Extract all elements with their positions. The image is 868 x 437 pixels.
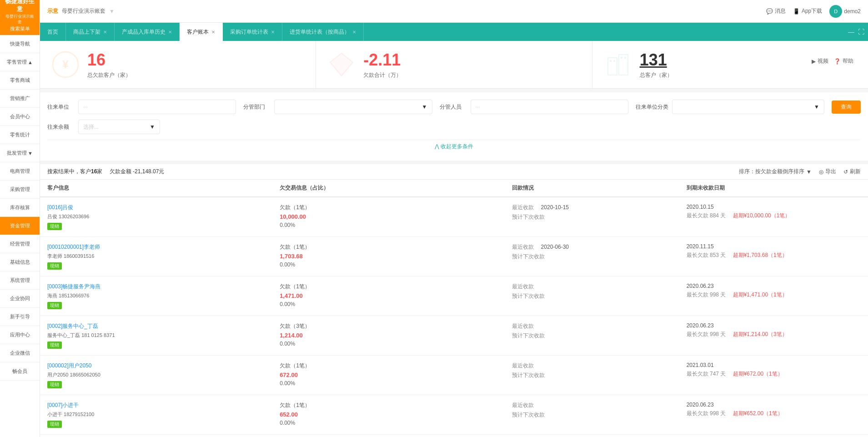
branch-dept-label: 分管部门 xyxy=(243,103,271,111)
sidebar-item-quick-nav[interactable]: 快捷导航 xyxy=(0,35,40,53)
app-download-button[interactable]: 📱 App下载 xyxy=(793,7,822,15)
filter-from-unit: 往来单位 ··· xyxy=(47,100,236,114)
unit-balance-select[interactable]: 选择... ▼ xyxy=(78,120,160,134)
sidebar-item-retail-mall[interactable]: 零售商城 xyxy=(0,71,40,90)
table-row: [0007]小进干 小进干 18279152100 现销 欠款（1笔） 652.… xyxy=(40,395,868,435)
tab-inventory-stats[interactable]: 进货单统计表（按商品） ✕ xyxy=(282,23,364,41)
debt-amount[interactable]: 10,000.00 xyxy=(280,213,512,220)
overdue-link[interactable]: 超期¥10,000.00（1笔） xyxy=(733,212,791,219)
last-repay: 最近收款 2020-06-30 xyxy=(512,243,686,251)
branch-person-dots: ··· xyxy=(476,104,480,110)
tab-production[interactable]: 产成品入库单历史 ✕ xyxy=(115,23,180,41)
overdue-link[interactable]: 超期¥1,214.00（3笔） xyxy=(733,331,788,337)
refresh-button[interactable]: ↺ 刷新 xyxy=(843,168,861,176)
overdue-link[interactable]: 超期¥652.00（1笔） xyxy=(733,410,783,417)
customer-name-link[interactable]: [00010200001]李老师 xyxy=(47,243,280,251)
tab-inventory-stats-close[interactable]: ✕ xyxy=(352,30,356,35)
sidebar-item-operations[interactable]: 经营管理 xyxy=(0,235,40,253)
col-customer-info: 客户信息 xyxy=(47,184,280,192)
sort-select[interactable]: 排序：按欠款金额倒序排序 ▼ xyxy=(739,168,812,176)
export-button[interactable]: ◎ 导出 xyxy=(819,168,836,176)
sidebar-item-basic-info[interactable]: 基础信息 xyxy=(0,253,40,271)
unit-balance-label: 往来余额 xyxy=(47,123,75,131)
results-amount-label: 欠款金额 xyxy=(110,168,131,175)
video-help-button[interactable]: ▶ 视频 xyxy=(812,57,828,65)
overdue-link[interactable]: 超期¥1,703.68（1笔） xyxy=(733,252,788,258)
due-date: 2021.03.01 xyxy=(687,362,861,368)
sidebar-item-new-guide[interactable]: 新手引导 xyxy=(0,308,40,326)
sidebar-item-member-center[interactable]: 会员中心 xyxy=(0,108,40,126)
col-debt-info: 欠交易信息（占比） xyxy=(280,184,512,192)
search-button[interactable]: 查询 xyxy=(832,100,861,114)
next-repay-label: 预计下次收款 xyxy=(512,332,545,339)
sort-label: 排序：按欠款金额倒序排序 xyxy=(739,168,804,176)
tab-products-close[interactable]: ✕ xyxy=(103,30,107,35)
sidebar-item-app-center[interactable]: 应用中心 xyxy=(0,326,40,344)
filter-unit-category: 往来单位分类 ▼ xyxy=(636,100,824,114)
tab-products[interactable]: 商品上下架 ✕ xyxy=(66,23,115,41)
tab-products-label: 商品上下架 xyxy=(73,28,100,36)
customer-name-link[interactable]: [0007]小进干 xyxy=(47,402,280,409)
data-table: 客户信息 欠交易信息（占比） 回款情况 到期未收款日期 [0016]吕俊 吕俊 … xyxy=(40,180,868,437)
tab-minimize-button[interactable]: — xyxy=(848,28,854,35)
overdue-link[interactable]: 超期¥672.00（1笔） xyxy=(733,371,783,377)
sidebar-item-inventory[interactable]: 库存核算 xyxy=(0,199,40,217)
overdue-customers-label: 总欠款客户（家） xyxy=(87,71,305,79)
sidebar-item-vip-member[interactable]: 畅会员 xyxy=(0,362,40,381)
svg-rect-8 xyxy=(621,57,622,59)
tab-customer-account-close[interactable]: ✕ xyxy=(211,30,215,35)
message-button[interactable]: 💬 消息 xyxy=(766,7,786,15)
filter-branch-dept: 分管部门 ▼ xyxy=(243,100,432,114)
sidebar-item-enterprise-coop[interactable]: 企业协同 xyxy=(0,290,40,308)
user-avatar-area[interactable]: D demo2 xyxy=(829,5,861,18)
sidebar-item-enterprise-wx[interactable]: 企业微信 xyxy=(0,344,40,362)
tab-customer-account[interactable]: 客户账本 ✕ xyxy=(180,23,223,41)
sidebar-item-finance[interactable]: 资金管理 xyxy=(0,217,40,235)
debt-amount[interactable]: 672.00 xyxy=(280,372,512,378)
customer-name-link[interactable]: [0002]服务中心_丁磊 xyxy=(47,322,280,330)
sort-arrow: ▼ xyxy=(806,169,812,175)
branch-person-input[interactable]: ··· xyxy=(471,100,628,114)
debt-amount[interactable]: 1,214.00 xyxy=(280,332,512,339)
debt-info-cell: 欠款（1笔） 1,703.68 0.00% xyxy=(280,243,512,268)
collapse-bar[interactable]: ⋀ 收起更多条件 xyxy=(47,140,861,153)
customer-name-link[interactable]: [000002]用户2050 xyxy=(47,362,280,370)
sidebar-item-marketing[interactable]: 营销推广 xyxy=(0,90,40,108)
tab-maximize-button[interactable]: ⛶ xyxy=(858,28,864,35)
debt-amount[interactable]: 1,703.68 xyxy=(280,253,512,260)
customer-name-link[interactable]: [0003]畅捷服务尹海燕 xyxy=(47,283,280,291)
next-repay: 预计下次收款 xyxy=(512,411,686,419)
last-repay: 最近收款 xyxy=(512,322,686,330)
sidebar-item-system-mgmt[interactable]: 系统管理 xyxy=(0,271,40,290)
results-bar: 搜索结果中，客户16家 欠款金额 -21,148.07元 排序：按欠款金额倒序排… xyxy=(40,164,868,180)
debt-ratio: 0.00% xyxy=(280,222,512,228)
topbar-right: 💬 消息 📱 App下载 D demo2 xyxy=(766,5,861,18)
tab-purchase-order-close[interactable]: ✕ xyxy=(271,30,275,35)
sidebar-item-ecommerce[interactable]: 电商管理 xyxy=(0,162,40,181)
from-unit-input[interactable]: ··· xyxy=(78,100,236,114)
tab-production-close[interactable]: ✕ xyxy=(168,30,172,35)
tab-purchase-order[interactable]: 采购订单统计表 ✕ xyxy=(223,23,282,41)
avatar: D xyxy=(829,5,842,18)
tab-home[interactable]: 首页 xyxy=(40,23,66,41)
dropdown-arrow[interactable]: ▼ xyxy=(109,8,115,15)
sidebar-item-retail-stats[interactable]: 零售统计 xyxy=(0,126,40,144)
overdue-link[interactable]: 超期¥1,471.00（1笔） xyxy=(733,291,788,298)
username: demo2 xyxy=(844,8,861,15)
customer-info-cell: [0016]吕俊 吕俊 13026203696 现销 xyxy=(47,204,280,230)
filter-unit-balance: 往来余额 选择... ▼ xyxy=(47,120,861,134)
sidebar-item-purchase-mgmt[interactable]: 采购管理 xyxy=(0,181,40,199)
debt-count: 欠款（1笔） xyxy=(280,283,512,291)
customer-name-link[interactable]: [0016]吕俊 xyxy=(47,204,280,211)
sidebar-item-retail-mgmt[interactable]: 零售管理 ▲ xyxy=(0,53,40,71)
customer-phone: 李老师 18600391516 xyxy=(47,253,280,260)
refresh-label: 刷新 xyxy=(850,168,861,176)
debt-amount[interactable]: 1,471.00 xyxy=(280,292,512,299)
branch-dept-select[interactable]: ▼ xyxy=(274,100,432,114)
unit-category-select[interactable]: ▼ xyxy=(672,100,824,114)
due-info-cell: 2020.06.23 最长欠款 998 天 超期¥1,214.00（3笔） xyxy=(687,322,861,340)
sidebar-item-batch-mgmt[interactable]: 批发管理 ▼ xyxy=(0,144,40,162)
debt-amount[interactable]: 652.00 xyxy=(280,411,512,418)
help-button[interactable]: ❓ 帮助 xyxy=(834,57,853,65)
building-icon xyxy=(603,50,632,79)
